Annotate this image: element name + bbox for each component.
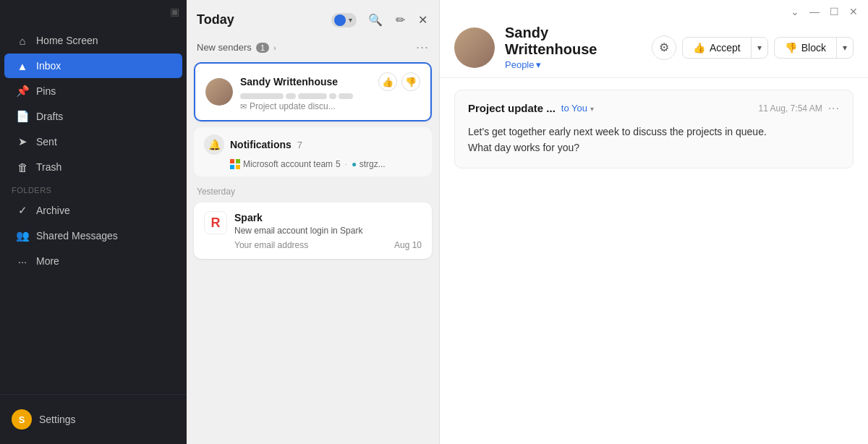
email-panel-header: Today ▾ 🔍 ✏ ✕ (187, 0, 439, 35)
message-to-label: to You (561, 103, 587, 114)
trash-label: Trash (36, 161, 61, 173)
toggle-pill[interactable]: ▾ (331, 13, 357, 27)
sidebar-item-trash[interactable]: 🗑 Trash (4, 155, 182, 179)
accept-action-group: 👍 Accept ▾ (682, 37, 768, 59)
close-icon: ✕ (418, 13, 427, 27)
sidebar-topbar: ▣ (0, 0, 187, 20)
contact-header: Sandy Writtenhouse People ▾ ⚙ 👍 Accept ▾ (440, 17, 868, 78)
spark-email-card[interactable]: R Spark New email account login in Spark… (194, 202, 432, 259)
thumbs-up-button[interactable]: 👍 (378, 72, 397, 91)
block-dropdown-button[interactable]: ▾ (837, 38, 853, 57)
ms-sender-count: 5 (336, 159, 341, 169)
toggle-dot (334, 14, 346, 26)
to-dropdown-icon: ▾ (590, 105, 594, 113)
spark-body: Spark New email account login in Spark Y… (234, 211, 422, 250)
new-senders-chevron-icon: › (273, 43, 276, 52)
message-body-line2: What day works for you? (468, 140, 840, 155)
block-action-group: 👎 Block ▾ (774, 37, 854, 59)
shared-messages-icon: 👥 (16, 229, 29, 242)
spark-subject: New email account login in Spark (234, 226, 422, 236)
message-to[interactable]: to You ▾ (561, 103, 594, 114)
dot-icon: ● (352, 159, 357, 169)
window-close-button[interactable]: ✕ (849, 6, 858, 17)
sidebar-item-shared-messages[interactable]: 👥 Shared Messages (4, 223, 182, 248)
message-meta: 11 Aug, 7:54 AM ··· (759, 102, 840, 115)
edit-button[interactable]: ✏ (394, 12, 407, 28)
other-sender-name: strgz... (359, 159, 386, 169)
email-sender-row: Sandy Writtenhouse 👍 👎 (240, 72, 420, 91)
sidebar-item-sent[interactable]: ➤ Sent (4, 129, 182, 154)
ms-sender-chip: Microsoft account team 5 (230, 159, 341, 169)
notifications-group-top: 🔔 Notifications 7 (204, 135, 422, 155)
email-message-card: Project update ... to You ▾ 11 Aug, 7:54… (454, 90, 854, 168)
maximize-icon: ☐ (830, 6, 839, 17)
sidebar-item-archive[interactable]: ✓ Archive (4, 198, 182, 223)
contact-info: Sandy Writtenhouse People ▾ (505, 25, 642, 70)
collapse-icon: ⌄ (791, 6, 799, 17)
minimize-icon: — (809, 6, 820, 17)
sidebar-item-inbox[interactable]: ▲ Inbox (4, 54, 182, 78)
email-panel-actions: ▾ 🔍 ✏ ✕ (331, 12, 429, 28)
sidebar-item-settings[interactable]: S Settings (0, 402, 187, 437)
block-label: Block (801, 42, 826, 54)
email-card-sandy[interactable]: Sandy Writtenhouse 👍 👎 (194, 62, 432, 121)
accept-dropdown-button[interactable]: ▾ (752, 38, 767, 57)
sidebar: ▣ ⌂ Home Screen ▲ Inbox 📌 Pins 📄 Drafts … (0, 0, 187, 444)
notifications-senders: Microsoft account team 5 · ● strgz... (204, 159, 422, 169)
accept-button[interactable]: 👍 Accept (683, 38, 752, 58)
close-panel-button[interactable]: ✕ (417, 12, 429, 28)
notifications-group[interactable]: 🔔 Notifications 7 Microsoft account team… (194, 127, 432, 176)
home-label: Home Screen (36, 35, 98, 46)
drafts-label: Drafts (36, 111, 63, 122)
email-preview-line: ✉ Project update discu... (240, 101, 420, 111)
new-senders-left: New senders 1 › (197, 42, 276, 53)
email-card-top: Sandy Writtenhouse 👍 👎 (205, 72, 420, 111)
sidebar-item-more[interactable]: ··· More (4, 249, 182, 273)
contact-name: Sandy Writtenhouse (505, 25, 642, 58)
accept-dropdown-icon: ▾ (757, 43, 762, 53)
archive-label: Archive (36, 205, 70, 216)
new-senders-label: New senders (197, 42, 252, 53)
edit-icon: ✏ (396, 13, 405, 27)
sidebar-item-drafts[interactable]: 📄 Drafts (4, 104, 182, 129)
redact-bar-1 (240, 93, 284, 99)
window-collapse-button[interactable]: ⌄ (791, 6, 799, 17)
thumbs-down-icon: 👎 (405, 77, 417, 87)
thumbs-down-icon: 👎 (785, 42, 797, 54)
folders-section-label: Folders (0, 180, 187, 197)
contact-people-link[interactable]: People ▾ (505, 59, 642, 70)
mail-icon: ✉ (240, 102, 247, 111)
window-maximize-button[interactable]: ☐ (830, 6, 839, 17)
toggle-arrow-icon: ▾ (349, 16, 352, 24)
message-more-button[interactable]: ··· (828, 102, 840, 115)
new-senders-bar[interactable]: New senders 1 › ··· (187, 35, 439, 59)
new-senders-more-icon[interactable]: ··· (416, 40, 429, 55)
settings-label: Settings (39, 414, 76, 425)
archive-icon: ✓ (16, 204, 29, 217)
redact-bar-3 (298, 93, 327, 99)
spark-footer: Your email address Aug 10 (234, 240, 422, 250)
spark-card-row: R Spark New email account login in Spark… (204, 211, 422, 250)
drafts-icon: 📄 (16, 110, 29, 123)
sidebar-item-pins[interactable]: 📌 Pins (4, 79, 182, 103)
message-subject-row: Project update ... to You ▾ (468, 102, 594, 114)
pins-label: Pins (36, 85, 56, 97)
search-button[interactable]: 🔍 (367, 12, 384, 28)
email-preview-text: Project update discu... (250, 101, 336, 111)
message-subject: Project update ... (468, 102, 556, 114)
contact-avatar (454, 27, 495, 68)
contact-actions: ⚙ 👍 Accept ▾ 👎 Block ▾ (652, 35, 854, 60)
inbox-icon: ▲ (16, 59, 29, 72)
email-redacted-bars (240, 93, 420, 99)
notifications-icon: 🔔 (204, 135, 224, 155)
window-minimize-button[interactable]: — (809, 6, 820, 17)
message-body: Let's get together early next week to di… (468, 124, 840, 156)
more-icon: ··· (16, 255, 29, 268)
people-arrow-icon: ▾ (536, 59, 541, 70)
sidebar-item-home[interactable]: ⌂ Home Screen (4, 28, 182, 53)
thumbs-down-button[interactable]: 👎 (401, 72, 420, 91)
redact-bar-4 (329, 93, 336, 99)
sidebar-collapse-icon[interactable]: ▣ (170, 6, 179, 17)
gear-button[interactable]: ⚙ (652, 35, 676, 60)
block-button[interactable]: 👎 Block (775, 38, 837, 58)
